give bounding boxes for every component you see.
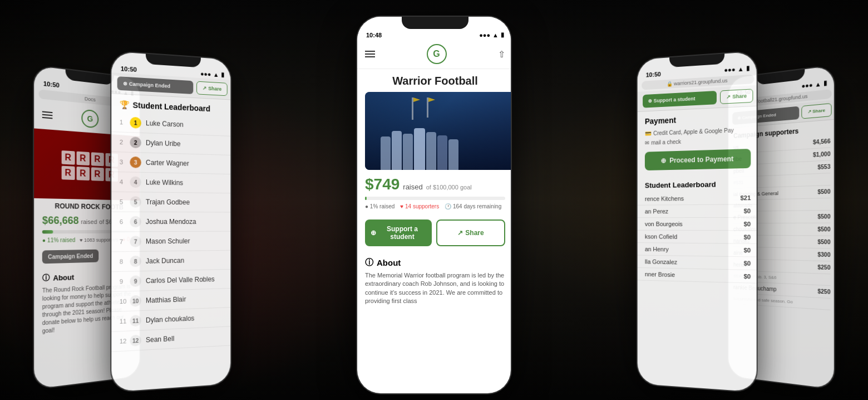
right-support-btn[interactable]: ⊕ Support a student xyxy=(643,91,717,108)
leaderboard-item-6: 6 6 Joshua Mendoza xyxy=(111,212,231,232)
far-left-raised-label: raised xyxy=(81,218,97,225)
phone-right-device: 10:50 ●●● ▲ ▮ 🔒 warriors21.groupfund.us … xyxy=(637,50,758,393)
player-silhouette-7 xyxy=(448,139,458,170)
center-progress-container xyxy=(365,197,505,200)
phones-container: 10:50 ●●● ▲ ▮ Docs G xyxy=(0,0,868,400)
rr-letter-2: R xyxy=(76,151,89,165)
left-share-btn[interactable]: ↗ Share xyxy=(197,81,228,96)
far-left-url: Docs xyxy=(85,96,96,103)
right-lb-item-2: an Perez $0 xyxy=(638,204,758,218)
left-status-icons: ●●● ▲ ▮ xyxy=(200,70,224,78)
player-silhouette-3 xyxy=(403,134,413,170)
right-share-btn[interactable]: ↗ Share xyxy=(721,89,753,104)
leaderboard-item-5: 5 5 Trajan Godbee xyxy=(111,192,231,213)
left-campaign-ended-btn[interactable]: ⊗ Campaign Ended xyxy=(117,76,194,94)
flag-pole-2 xyxy=(427,97,428,118)
info-icon-center: ⓘ xyxy=(365,257,373,268)
flag-1 xyxy=(413,97,420,102)
player-silhouette-6 xyxy=(437,135,447,170)
player-name-6: Joshua Mendoza xyxy=(146,218,225,226)
center-support-btn[interactable]: ⊕ Support a student xyxy=(365,219,432,246)
rank-badge-4: 4 xyxy=(130,177,141,188)
rank-badge-12: 12 xyxy=(130,335,141,347)
center-about-text: The Memorial Warrior football program is… xyxy=(365,271,505,306)
player-silhouette-5 xyxy=(426,132,436,170)
info-icon: ⓘ xyxy=(42,272,50,283)
player-name-12: Sean Bell xyxy=(146,332,225,344)
center-amount-row: $749 raised of $100,000 goal xyxy=(365,175,505,193)
battery-icon-right: ▮ xyxy=(746,65,749,72)
center-stats-section: $749 raised of $100,000 goal ● 1% raised… xyxy=(357,170,512,214)
check-icon: ✉ xyxy=(645,140,649,146)
rank-badge-11: 11 xyxy=(130,315,141,326)
center-goal-text: of $100,000 goal xyxy=(426,184,472,191)
rank-badge-7: 7 xyxy=(130,236,141,247)
far-left-raised-amount: $66,668 xyxy=(42,214,79,227)
center-time: 10:48 xyxy=(366,32,382,38)
rr-letter-5: R xyxy=(61,165,75,179)
right-leaderboard-title: Student Leaderboard xyxy=(638,174,758,193)
card-icon: 💳 xyxy=(645,130,651,136)
rank-badge-9: 9 xyxy=(130,275,141,287)
right-lb-item-4: kson Cofield $0 xyxy=(638,231,758,244)
center-status-icons: ●●● ▲ ▮ xyxy=(479,31,504,38)
wifi-icon-far-right: ▲ xyxy=(815,80,821,88)
rank-badge-3: 3 xyxy=(130,157,141,168)
center-about-title: ⓘ About xyxy=(365,257,505,268)
right-payment-title: Payment xyxy=(645,113,751,126)
trophy-icon: 🏆 xyxy=(120,100,130,109)
signal-icon-center: ●●● xyxy=(479,32,490,38)
leaderboard-item-3: 3 3 Carter Wagner xyxy=(111,152,231,174)
player-name-5: Trajan Godbee xyxy=(146,198,225,207)
flag-pole-1 xyxy=(412,97,413,120)
center-notch xyxy=(402,17,468,29)
center-raised-label: raised xyxy=(403,183,422,191)
rr-letter-7: R xyxy=(91,167,103,181)
center-app-header: G ⇧ xyxy=(357,40,512,69)
right-time: 10:50 xyxy=(646,71,661,78)
leaderboard-item-4: 4 4 Luke Wilkins xyxy=(111,172,231,194)
rr-letter-1: R xyxy=(61,150,75,164)
far-right-share-btn[interactable]: ↗ Share xyxy=(801,103,832,119)
player-name-9: Carlos Del Valle Robles xyxy=(146,275,225,285)
share-icon: ↗ xyxy=(457,229,463,237)
player-silhouette-1 xyxy=(381,136,391,170)
lock-icon: 🔒 xyxy=(667,81,673,87)
battery-icon-center: ▮ xyxy=(501,31,504,38)
far-left-stat-raised: ● 11% raised xyxy=(42,237,76,243)
player-name-10: Matthias Blair xyxy=(146,294,225,305)
left-time: 10:50 xyxy=(121,65,137,72)
player-name-8: Jack Duncan xyxy=(146,256,225,265)
rank-badge-10: 10 xyxy=(130,295,141,307)
left-leaderboard-section: 🏆 Student Leaderboard 1 1 Luke Carson 2 … xyxy=(111,94,231,352)
far-left-hamburger[interactable] xyxy=(42,111,53,119)
player-name-3: Carter Wagner xyxy=(146,159,225,168)
right-leaderboard-section: Student Leaderboard rence Kitchens $21 a… xyxy=(638,174,758,284)
right-url: warriors21.groupfund.us xyxy=(674,78,728,87)
player-name-1: Luke Carson xyxy=(146,119,225,130)
far-left-time: 10:50 xyxy=(43,80,60,89)
player-name-11: Dylan choukalos xyxy=(146,313,225,324)
rank-badge-8: 8 xyxy=(130,256,141,267)
center-hamburger[interactable] xyxy=(365,51,375,57)
phone-center-screen: 10:48 ●●● ▲ ▮ G ⇧ Warrior Footba xyxy=(357,17,512,393)
center-team-name: Warrior Football xyxy=(357,69,512,92)
far-left-campaign-ended-btn[interactable]: Campaign Ended xyxy=(42,250,98,264)
signal-icon-right: ●●● xyxy=(724,66,735,73)
support-icon: ⊕ xyxy=(371,229,376,237)
flags-area xyxy=(412,97,428,120)
signal-icon-far-right: ●●● xyxy=(801,81,812,90)
wifi-icon-left: ▲ xyxy=(213,71,219,77)
rank-badge-5: 5 xyxy=(130,196,141,207)
center-logo: G xyxy=(427,44,447,64)
phone-left: 10:50 ●●● ▲ ▮ ⊗ Campaign Ended ↗ Share 🏆 xyxy=(110,50,231,393)
right-proceed-btn[interactable]: ⊕ Proceed to Payment xyxy=(645,149,751,170)
battery-icon-far-right: ▮ xyxy=(823,79,827,87)
center-share-btn[interactable]: ↗ Share xyxy=(436,219,505,246)
center-team-photo-inner xyxy=(365,92,512,170)
far-right-status-icons: ●●● ▲ ▮ xyxy=(801,79,827,89)
share-icon-center[interactable]: ⇧ xyxy=(498,49,505,60)
center-stat-days: 🕐 164 days remaining xyxy=(445,203,501,209)
player-silhouette-2 xyxy=(392,131,402,170)
phone-center-device: 10:48 ●●● ▲ ▮ G ⇧ Warrior Footba xyxy=(356,16,512,394)
